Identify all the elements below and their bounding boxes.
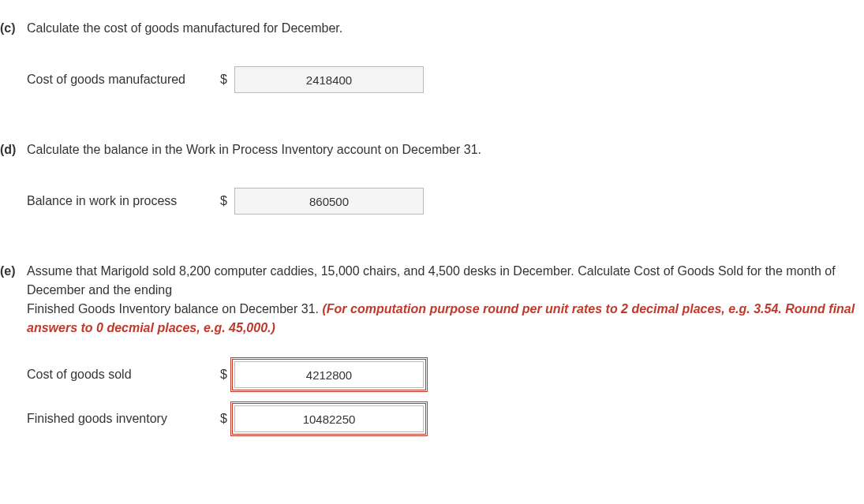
- label-fgi: Finished goods inventory: [27, 409, 220, 428]
- label-cogm: Cost of goods manufactured: [27, 70, 220, 89]
- question-c: (c) Calculate the cost of goods manufact…: [0, 19, 864, 93]
- currency-symbol: $: [220, 365, 234, 384]
- input-cogs[interactable]: [234, 361, 424, 388]
- answer-row-wip: Balance in work in process $: [27, 188, 864, 215]
- label-cogs: Cost of goods sold: [27, 365, 220, 384]
- currency-symbol: $: [220, 409, 234, 428]
- question-d-text: Calculate the balance in the Work in Pro…: [27, 140, 864, 159]
- question-e-body: Cost of goods sold $ Finished goods inve…: [0, 361, 864, 432]
- question-e: (e) Assume that Marigold sold 8,200 comp…: [0, 262, 864, 432]
- answer-row-cogm: Cost of goods manufactured $: [27, 66, 864, 93]
- input-wip[interactable]: [234, 188, 424, 215]
- question-e-label: (e): [0, 262, 27, 338]
- question-d-header: (d) Calculate the balance in the Work in…: [0, 140, 864, 159]
- question-c-label: (c): [0, 19, 27, 38]
- answer-row-cogs: Cost of goods sold $: [27, 361, 864, 388]
- question-d-label: (d): [0, 140, 27, 159]
- input-fgi[interactable]: [234, 405, 424, 432]
- question-c-body: Cost of goods manufactured $: [0, 66, 864, 93]
- question-d: (d) Calculate the balance in the Work in…: [0, 140, 864, 215]
- label-wip: Balance in work in process: [27, 192, 220, 211]
- question-e-text-line2: Finished Goods Inventory balance on Dece…: [27, 302, 322, 315]
- question-e-text: Assume that Marigold sold 8,200 computer…: [27, 262, 864, 338]
- currency-symbol: $: [220, 192, 234, 211]
- question-e-header: (e) Assume that Marigold sold 8,200 comp…: [0, 262, 864, 338]
- question-d-body: Balance in work in process $: [0, 188, 864, 215]
- answer-row-fgi: Finished goods inventory $: [27, 405, 864, 432]
- page-container: (c) Calculate the cost of goods manufact…: [0, 0, 864, 469]
- currency-symbol: $: [220, 70, 234, 89]
- question-c-text: Calculate the cost of goods manufactured…: [27, 19, 864, 38]
- question-c-header: (c) Calculate the cost of goods manufact…: [0, 19, 864, 38]
- question-e-text-line1: Assume that Marigold sold 8,200 computer…: [27, 264, 836, 297]
- input-cogm[interactable]: [234, 66, 424, 93]
